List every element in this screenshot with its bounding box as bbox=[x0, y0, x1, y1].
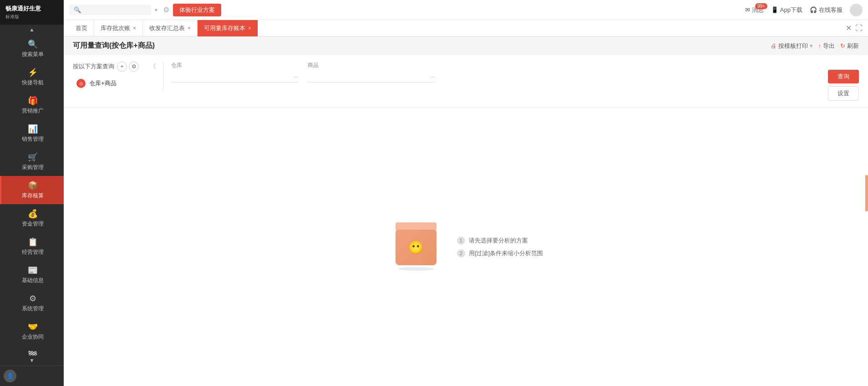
sidebar-icon-5: 📦 bbox=[28, 180, 38, 190]
phone-icon: 📱 bbox=[771, 6, 778, 13]
tab-close-2[interactable]: × bbox=[188, 25, 191, 31]
tab-可用量库存账本[interactable]: 可用量库存账本× bbox=[198, 20, 258, 36]
sidebar-icon-1: ⚡ bbox=[28, 67, 38, 77]
tip-num-0: 1 bbox=[457, 237, 465, 245]
warehouse-input[interactable] bbox=[171, 73, 291, 80]
user-avatar[interactable] bbox=[850, 4, 863, 16]
sidebar-label-3: 销售管理 bbox=[22, 135, 44, 143]
print-icon: 🖨 bbox=[771, 42, 777, 49]
empty-state: 😶 1请先选择要分析的方案2用[过滤]条件来缩小分析范围 bbox=[64, 108, 868, 386]
industry-solution-button[interactable]: 体验行业方案 bbox=[173, 4, 221, 16]
warehouse-field-input-row: ··· bbox=[171, 71, 299, 82]
sidebar-item-销售管理[interactable]: 📊销售管理 bbox=[0, 119, 64, 148]
tabbar-expand-button[interactable]: ⛶ bbox=[855, 24, 863, 32]
tip-text-0: 请先选择要分析的方案 bbox=[469, 237, 528, 245]
sidebar-item-库存核算[interactable]: 📦库存核算 bbox=[0, 176, 64, 204]
collapse-scheme-button[interactable]: 《 bbox=[150, 62, 156, 71]
topbar-search-box: 🔍 bbox=[69, 5, 151, 15]
export-icon: ↑ bbox=[818, 42, 822, 49]
tab-首页[interactable]: 首页 bbox=[69, 20, 94, 36]
filter-settings-button[interactable]: 设置 bbox=[828, 86, 859, 101]
sidebar-item-营销推广[interactable]: 🎁营销推广 bbox=[0, 91, 64, 119]
sidebar-icon-3: 📊 bbox=[28, 124, 38, 134]
sidebar-item-系统管理[interactable]: ⚙系统管理 bbox=[0, 289, 64, 317]
goods-field-label: 商品 bbox=[308, 62, 435, 69]
search-input[interactable] bbox=[84, 7, 138, 13]
filter-fields: 仓库 ··· 商品 ··· bbox=[171, 62, 819, 82]
sidebar-label-0: 搜索菜单 bbox=[22, 51, 44, 58]
sidebar-item-采购管理[interactable]: 🛒采购管理 bbox=[0, 148, 64, 176]
main-area: 🔍 ▾ ⚙ 体验行业方案 ✉ 消息 99+ 📱 App下载 🎧 在线客服 首页库… bbox=[64, 0, 868, 386]
tab-label-2: 收发存汇总表 bbox=[149, 24, 185, 32]
print-button[interactable]: 🖨 按模板打印 ▾ bbox=[771, 42, 813, 50]
sidebar-icon-7: 📋 bbox=[28, 237, 38, 247]
sidebar-icon-11: 🏁 bbox=[28, 350, 38, 355]
sidebar-item-企业协同[interactable]: 🤝企业协同 bbox=[0, 317, 64, 345]
tab-库存批次账[interactable]: 库存批次账× bbox=[94, 20, 143, 36]
scheme-icon: ⊙ bbox=[76, 79, 86, 88]
filter-field-warehouse: 仓库 ··· bbox=[171, 62, 299, 82]
search-chevron-icon[interactable]: ▾ bbox=[155, 7, 157, 13]
headset-icon: 🎧 bbox=[810, 6, 817, 13]
sidebar-item-搜索菜单[interactable]: 🔍搜索菜单 bbox=[0, 35, 64, 63]
sidebar-label-2: 营销推广 bbox=[22, 107, 44, 115]
app-download-link[interactable]: 📱 App下载 bbox=[771, 6, 802, 14]
brand-name: 畅康通好生意 bbox=[5, 5, 41, 13]
empty-tip-0: 1请先选择要分析的方案 bbox=[457, 237, 543, 245]
sidebar-item-快捷导航[interactable]: ⚡快捷导航 bbox=[0, 63, 64, 91]
sidebar-scroll-down[interactable]: ▼ bbox=[0, 355, 64, 365]
goods-field-input-row: ··· bbox=[308, 71, 435, 82]
sidebar-item-新手引导[interactable]: 🏁新手引导 bbox=[0, 345, 64, 355]
warehouse-dots-icon[interactable]: ··· bbox=[293, 73, 299, 80]
online-service-link[interactable]: 🎧 在线客服 bbox=[810, 6, 843, 14]
content-area: 可用量查询(按仓库+商品) 🖨 按模板打印 ▾ ↑ 导出 ↻ 刷新 bbox=[64, 36, 868, 386]
sidebar-label-8: 基础信息 bbox=[22, 277, 44, 284]
sidebar-icon-10: 🤝 bbox=[28, 322, 38, 332]
tabbar: 首页库存批次账×收发存汇总表×可用量库存账本×✕⛶ bbox=[64, 20, 868, 36]
export-button[interactable]: ↑ 导出 bbox=[818, 42, 835, 50]
topbar-right: ✉ 消息 99+ 📱 App下载 🎧 在线客服 bbox=[745, 4, 863, 16]
manage-scheme-button[interactable]: ⚙ bbox=[129, 62, 139, 72]
tab-label-3: 可用量库存账本 bbox=[204, 24, 245, 32]
settings-gear-icon[interactable]: ⚙ bbox=[163, 5, 169, 14]
query-button[interactable]: 查询 bbox=[828, 70, 859, 83]
tip-num-1: 2 bbox=[457, 249, 465, 257]
search-icon: 🔍 bbox=[74, 6, 81, 13]
empty-tips: 1请先选择要分析的方案2用[过滤]条件来缩小分析范围 bbox=[457, 237, 543, 257]
sidebar-item-资金管理[interactable]: 💰资金管理 bbox=[0, 204, 64, 232]
sidebar-label-5: 库存核算 bbox=[22, 192, 44, 200]
page-title: 可用量查询(按仓库+商品) bbox=[73, 41, 155, 51]
sidebar-nav: 🔍搜索菜单⚡快捷导航🎁营销推广📊销售管理🛒采购管理📦库存核算💰资金管理📋经营管理… bbox=[0, 35, 64, 355]
sidebar-label-6: 资金管理 bbox=[22, 220, 44, 228]
page-title-bar: 可用量查询(按仓库+商品) 🖨 按模板打印 ▾ ↑ 导出 ↻ 刷新 bbox=[64, 36, 868, 55]
scheme-header-label: 按以下方案查询 bbox=[73, 62, 114, 71]
filter-field-goods: 商品 ··· bbox=[308, 62, 435, 82]
sidebar-icon-6: 💰 bbox=[28, 209, 38, 219]
notif-badge: 99+ bbox=[755, 3, 767, 9]
sidebar-item-基础信息[interactable]: 📰基础信息 bbox=[0, 261, 64, 289]
tab-label-0: 首页 bbox=[76, 24, 87, 32]
tab-收发存汇总表[interactable]: 收发存汇总表× bbox=[143, 20, 198, 36]
sidebar-scroll-up[interactable]: ▲ bbox=[0, 25, 64, 35]
goods-dots-icon[interactable]: ··· bbox=[430, 73, 435, 80]
right-scroll-indicator bbox=[865, 175, 868, 211]
sidebar-avatar[interactable]: 👤 bbox=[4, 370, 16, 382]
empty-tip-1: 2用[过滤]条件来缩小分析范围 bbox=[457, 249, 543, 257]
notification-bell[interactable]: ✉ 消息 99+ bbox=[745, 6, 764, 14]
tab-close-1[interactable]: × bbox=[133, 25, 136, 31]
sidebar-item-经营管理[interactable]: 📋经营管理 bbox=[0, 232, 64, 261]
filter-schemes-header: 按以下方案查询 + ⚙ 《 bbox=[73, 62, 156, 72]
refresh-button[interactable]: ↻ 刷新 bbox=[840, 42, 859, 50]
refresh-icon: ↻ bbox=[840, 42, 845, 49]
filter-schemes-panel: 按以下方案查询 + ⚙ 《 ⊙ 仓库+商品 bbox=[73, 62, 164, 91]
warehouse-field-label: 仓库 bbox=[171, 62, 299, 69]
tabbar-close-button[interactable]: ✕ bbox=[846, 24, 852, 32]
add-scheme-button[interactable]: + bbox=[117, 62, 127, 72]
goods-input[interactable] bbox=[308, 73, 428, 80]
sidebar-icon-4: 🛒 bbox=[28, 152, 38, 162]
tab-close-3[interactable]: × bbox=[248, 25, 251, 31]
scheme-item-warehouse-goods[interactable]: ⊙ 仓库+商品 bbox=[73, 76, 156, 91]
print-chevron-icon[interactable]: ▾ bbox=[810, 42, 813, 49]
sidebar-label-4: 采购管理 bbox=[22, 164, 44, 171]
topbar: 🔍 ▾ ⚙ 体验行业方案 ✉ 消息 99+ 📱 App下载 🎧 在线客服 bbox=[64, 0, 868, 20]
